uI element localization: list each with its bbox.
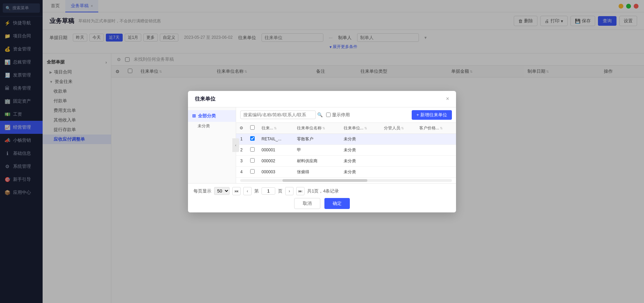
page-number-input[interactable] xyxy=(262,187,275,195)
dialog-title: 往来单位 xyxy=(195,96,215,102)
row-manager xyxy=(380,133,416,144)
sidebar-all-label: 全部分类 xyxy=(198,113,216,119)
row-price xyxy=(416,133,456,144)
dialog-select-all[interactable] xyxy=(250,125,255,130)
dth-gear: ⚙ xyxy=(236,123,247,134)
dth-code: 往来...⇅ xyxy=(258,123,293,134)
dialog-toolbar: 🔍 显示停用 + 新增往来单位 xyxy=(236,107,456,123)
dialog-header: 往来单位 × xyxy=(188,91,456,107)
dialog-table: ⚙ 往来...⇅ 往来单位名称⇅ 往来单位...⇅ 分管人员⇅ 客户价格...⇅… xyxy=(236,123,456,178)
dialog-actions: 取消 确定 xyxy=(193,198,451,209)
row-price xyxy=(416,155,456,166)
modal-overlay: 往来单位 × ⊞ 全部分类 未分类 ‹ xyxy=(0,0,644,303)
last-page-button[interactable]: ⏭ xyxy=(296,187,304,195)
row-type: 未分类 xyxy=(340,133,380,144)
row-manager xyxy=(380,166,416,177)
row-name: 材料供应商 xyxy=(293,155,340,166)
dialog-body: ⊞ 全部分类 未分类 ‹ 🔍 显示停用 xyxy=(188,107,456,183)
dth-price: 客户价格...⇅ xyxy=(416,123,456,134)
row-checkbox[interactable] xyxy=(250,158,255,163)
dialog-table-area: ⚙ 往来...⇅ 往来单位名称⇅ 往来单位...⇅ 分管人员⇅ 客户价格...⇅… xyxy=(236,123,456,183)
dialog-table-row[interactable]: 2 000001 甲 未分类 xyxy=(236,144,456,155)
row-checkbox[interactable] xyxy=(250,147,255,152)
dialog-table-row[interactable]: 1 RETAIL_... 零散客户 未分类 xyxy=(236,133,456,144)
page-suffix: 页 xyxy=(278,188,282,194)
next-page-button[interactable]: › xyxy=(285,187,293,195)
collapse-icon: ‹ xyxy=(235,143,236,147)
row-manager xyxy=(380,155,416,166)
per-page-label: 每页显示 xyxy=(193,188,211,194)
show-disabled-checkbox[interactable] xyxy=(326,113,331,117)
row-check[interactable] xyxy=(247,133,258,144)
confirm-button[interactable]: 确定 xyxy=(324,198,350,209)
row-price xyxy=(416,144,456,155)
dialog-sidebar-unclassified[interactable]: 未分类 xyxy=(188,122,236,130)
row-price xyxy=(416,166,456,177)
row-num: 3 xyxy=(236,155,247,166)
pagination: 每页显示 50 ⏮ ‹ 第 页 › ⏭ 共1页，4条记录 xyxy=(193,187,451,195)
row-name: 零散客户 xyxy=(293,133,340,144)
add-partner-button[interactable]: + 新增往来单位 xyxy=(412,110,452,120)
row-check[interactable] xyxy=(247,155,258,166)
dialog-sidebar-collapse-button[interactable]: ‹ xyxy=(232,138,239,152)
row-code: RETAIL_... xyxy=(258,133,293,144)
total-records: 共1页，4条记录 xyxy=(307,188,339,194)
dth-type: 往来单位...⇅ xyxy=(340,123,380,134)
row-manager xyxy=(380,144,416,155)
row-num: 4 xyxy=(236,166,247,177)
row-check[interactable] xyxy=(247,166,258,177)
horizontal-scrollbar[interactable] xyxy=(240,179,452,182)
row-code: 000002 xyxy=(258,155,293,166)
dth-check xyxy=(247,123,258,134)
dth-manager: 分管人员⇅ xyxy=(380,123,416,134)
dialog-search-input[interactable] xyxy=(240,110,316,119)
row-name: 甲 xyxy=(293,144,340,155)
prev-page-button[interactable]: ‹ xyxy=(243,187,252,195)
row-code: 000001 xyxy=(258,144,293,155)
dialog-table-row[interactable]: 4 000003 张俯得 未分类 xyxy=(236,166,456,177)
scrollbar-thumb xyxy=(282,179,367,182)
grid-icon: ⊞ xyxy=(192,113,196,118)
row-check[interactable] xyxy=(247,144,258,155)
first-page-button[interactable]: ⏮ xyxy=(232,187,241,195)
row-checkbox[interactable] xyxy=(250,169,255,174)
dialog-footer: 每页显示 50 ⏮ ‹ 第 页 › ⏭ 共1页，4条记录 取消 确定 xyxy=(188,183,456,212)
search-icon: 🔍 xyxy=(317,112,323,117)
dialog-close-button[interactable]: × xyxy=(446,96,449,102)
dialog-table-row[interactable]: 3 000002 材料供应商 未分类 xyxy=(236,155,456,166)
page-label: 第 xyxy=(254,188,259,194)
dialog-main: 🔍 显示停用 + 新增往来单位 ⚙ 往来...⇅ xyxy=(236,107,456,183)
per-page-select[interactable]: 50 xyxy=(214,187,230,195)
row-code: 000003 xyxy=(258,166,293,177)
row-type: 未分类 xyxy=(340,155,380,166)
dialog-partner: 往来单位 × ⊞ 全部分类 未分类 ‹ xyxy=(188,91,456,212)
dth-name: 往来单位名称⇅ xyxy=(293,123,340,134)
row-checkbox[interactable] xyxy=(250,136,255,141)
row-type: 未分类 xyxy=(340,166,380,177)
dialog-sidebar-all[interactable]: ⊞ 全部分类 xyxy=(188,110,236,122)
unclassified-label: 未分类 xyxy=(198,124,210,128)
dialog-sidebar: ⊞ 全部分类 未分类 ‹ xyxy=(188,107,236,183)
show-disabled-label: 显示停用 xyxy=(326,112,350,118)
cancel-button[interactable]: 取消 xyxy=(294,198,320,209)
row-name: 张俯得 xyxy=(293,166,340,177)
row-type: 未分类 xyxy=(340,144,380,155)
